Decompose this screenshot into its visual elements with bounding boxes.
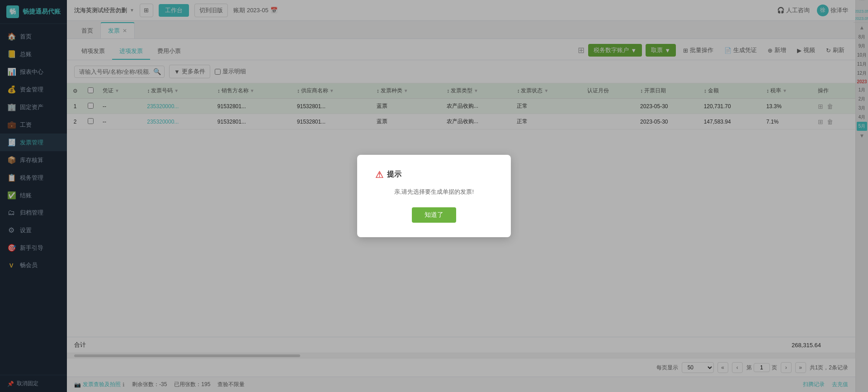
modal-dialog: ⚠ 提示 亲,请先选择要生成单据的发票! 知道了 — [357, 155, 511, 238]
modal-message: 亲,请先选择要生成单据的发票! — [375, 187, 493, 197]
modal-confirm-button[interactable]: 知道了 — [412, 207, 456, 223]
warning-icon: ⚠ — [375, 169, 383, 180]
modal-title: ⚠ 提示 — [375, 169, 493, 180]
modal-overlay: ⚠ 提示 亲,请先选择要生成单据的发票! 知道了 — [0, 0, 868, 392]
